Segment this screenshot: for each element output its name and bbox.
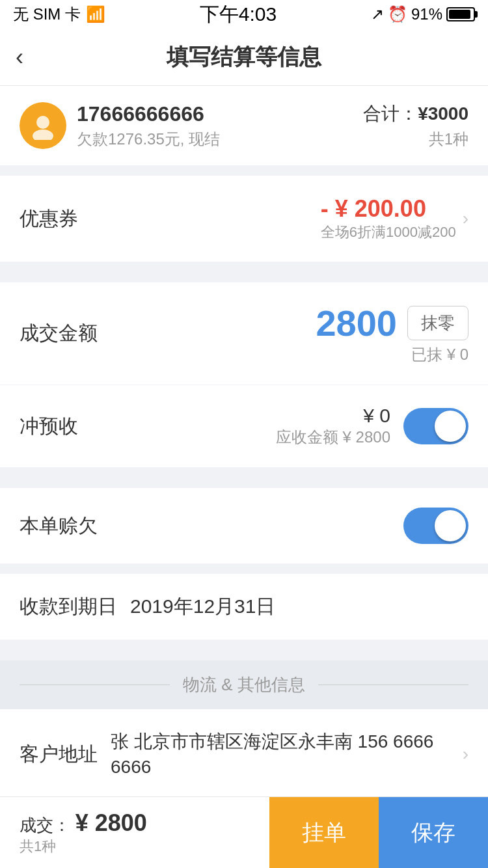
prepaid-label: 冲预收 [20,413,78,440]
section-divider: 物流 & 其他信息 [0,660,488,709]
address-value: 张 北京市市辖区海淀区永丰南 156 6666 6666 [111,729,463,780]
divider-text: 物流 & 其他信息 [170,673,318,696]
nav-bar: ‹ 填写结算等信息 [0,29,488,86]
debtor-toggle[interactable] [403,508,468,544]
save-button[interactable]: 保存 [379,797,488,868]
due-date-label: 收款到期日 [20,593,117,620]
location-icon: ↗ [371,5,384,23]
separator-1 [0,272,488,282]
total-label: 合计：¥3000 [363,102,468,126]
customer-row: 17666666666 欠款1276.35元, 现结 合计：¥3000 共1种 [0,86,488,165]
battery-icon [446,7,475,21]
transaction-row: 成交金额 2800 抹零 已抹 ¥ 0 [0,282,488,385]
transaction-amount: 2800 [316,302,397,344]
status-left: 无 SIM 卡 📶 [13,4,105,25]
due-date-row: 收款到期日 2019年12月31日 [0,574,488,640]
coupon-discount: - ¥ 200.00 [321,195,456,223]
address-chevron-icon: › [463,744,468,765]
coupon-desc: 全场6折满1000减200 [321,223,456,242]
status-time: 下午4:03 [200,1,277,28]
avatar [20,102,66,149]
transaction-sub: 已抹 ¥ 0 [316,344,468,365]
bottom-bar: 成交： ¥ 2800 共1种 挂单 保存 [0,796,488,868]
prepaid-value: ¥ 0 [276,405,390,427]
back-button[interactable]: ‹ [16,44,23,71]
battery-percent: 91% [411,5,442,23]
address-label: 客户地址 [20,741,98,768]
page-title: 填写结算等信息 [167,42,321,72]
coupon-chevron-icon: › [463,208,468,229]
total-count: 共1种 [363,129,468,150]
coupon-label: 优惠券 [20,206,78,232]
alarm-icon: ⏰ [388,5,407,23]
customer-debt: 欠款1276.35元, 现结 [77,129,220,150]
bottom-trans-count: 共1种 [20,837,250,856]
transaction-section: 成交金额 2800 抹零 已抹 ¥ 0 冲预收 ¥ 0 应收金额 ¥ 2800 [0,282,488,467]
pending-button[interactable]: 挂单 [269,797,379,868]
separator-2 [0,478,488,488]
total-value: ¥3000 [418,103,468,124]
svg-point-1 [33,129,53,140]
bottom-trans-amount: ¥ 2800 [75,809,147,836]
address-row[interactable]: 客户地址 张 北京市市辖区海淀区永丰南 156 6666 6666 › [0,709,488,799]
prepaid-row: 冲预收 ¥ 0 应收金额 ¥ 2800 [0,385,488,467]
bottom-info: 成交： ¥ 2800 共1种 [0,809,269,856]
separator-3 [0,650,488,660]
wifi-icon: 📶 [86,5,105,23]
carrier-text: 无 SIM 卡 [13,4,81,25]
status-right: ↗ ⏰ 91% [371,5,475,23]
debtor-label: 本单赊欠 [20,513,98,539]
due-date-value: 2019年12月31日 [130,593,275,620]
round-zero-button[interactable]: 抹零 [407,306,468,340]
svg-point-0 [36,116,49,129]
customer-phone: 17666666666 [77,102,220,126]
coupon-row[interactable]: 优惠券 - ¥ 200.00 全场6折满1000减200 › [0,176,488,262]
transaction-label: 成交金额 [20,320,98,347]
status-bar: 无 SIM 卡 📶 下午4:03 ↗ ⏰ 91% [0,0,488,29]
debtor-row: 本单赊欠 [0,488,488,563]
bottom-trans-label: 成交： [20,815,70,835]
prepaid-sub: 应收金额 ¥ 2800 [276,427,390,448]
content: 17666666666 欠款1276.35元, 现结 合计：¥3000 共1种 … [0,86,488,868]
prepaid-toggle[interactable] [403,408,468,444]
